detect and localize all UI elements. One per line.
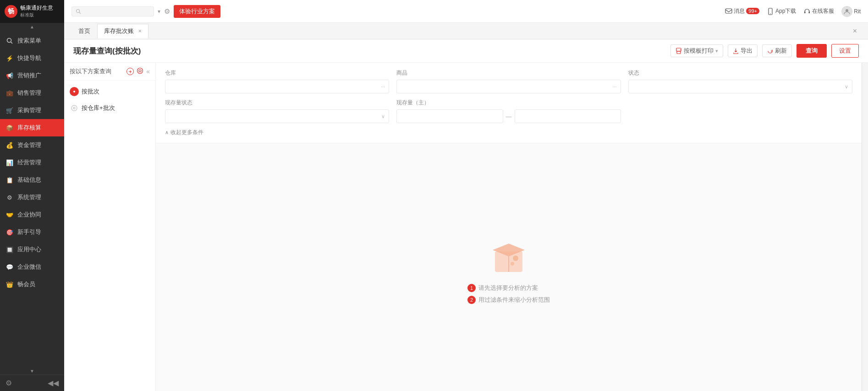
sidebar-footer: ⚙ ◀◀	[0, 375, 64, 391]
empty-state: 1 请先选择要分析的方案 2 用过滤条件来缩小分析范围	[156, 143, 862, 391]
app-title-block: 畅康通好生意 标准版	[20, 5, 53, 18]
sidebar-scroll-down[interactable]: ▼	[0, 367, 64, 375]
app-download-btn[interactable]: App下载	[767, 7, 796, 15]
filter-collapse-area: ∧ 收起更多条件	[165, 129, 852, 136]
svg-point-16	[73, 91, 75, 92]
filter-product: 商品 ···	[396, 69, 621, 93]
sidebar-item-inventory[interactable]: 📦 库存核算	[0, 119, 64, 136]
status-select[interactable]: ∨	[628, 80, 852, 93]
panel-add-icon[interactable]: +	[126, 68, 134, 75]
filter-area: 仓库 ··· 商品 ···	[156, 63, 862, 143]
sidebar-settings-icon[interactable]: ⚙	[5, 379, 12, 387]
warehouse-input[interactable]: ···	[165, 80, 389, 93]
plan-icon-active	[70, 87, 79, 96]
topbar-left: ▾ ⚙ 体验行业方案	[71, 5, 720, 18]
topbar-search-box[interactable]	[71, 6, 154, 16]
page-title: 现存量查询(按批次)	[73, 46, 141, 56]
query-btn[interactable]: 查询	[797, 44, 827, 58]
sidebar-item-purchase[interactable]: 🛒 采购管理	[0, 102, 64, 119]
messages-btn[interactable]: 消息 99+	[725, 7, 759, 15]
sidebar-item-marketing[interactable]: 📢 营销推广	[0, 67, 64, 84]
inventory-status-chevron-icon: ∨	[381, 114, 385, 119]
svg-point-12	[680, 49, 681, 50]
plan-item-batch[interactable]: 按批次	[64, 83, 155, 100]
user-btn[interactable]: Rit	[841, 6, 861, 17]
tab-close-btn[interactable]: ×	[138, 28, 142, 34]
message-icon	[725, 8, 732, 15]
headset-icon	[803, 8, 811, 15]
svg-point-6	[770, 13, 771, 14]
empty-tip-2: 2 用过滤条件来缩小分析范围	[467, 296, 550, 304]
export-btn[interactable]: 导出	[728, 44, 758, 57]
member-icon: 👑	[5, 280, 14, 288]
app-title: 畅康通好生意	[20, 5, 53, 12]
plan-list: 按批次 按仓库+批次	[64, 81, 155, 119]
sidebar-item-newbie[interactable]: 🎯 新手引导	[0, 223, 64, 241]
sidebar-item-appcenter[interactable]: 🔲 应用中心	[0, 241, 64, 258]
sidebar-item-weixin[interactable]: 💬 企业微信	[0, 258, 64, 276]
panel-title-text: 按以下方案查询	[70, 67, 111, 76]
messages-label: 消息	[734, 7, 745, 15]
svg-point-22	[511, 262, 514, 266]
sidebar-header: 畅 畅康通好生意 标准版	[0, 0, 64, 23]
experience-btn[interactable]: 体验行业方案	[174, 5, 220, 18]
right-panel: 仓库 ··· 商品 ···	[156, 63, 862, 391]
sidebar-item-label: 经营管理	[17, 158, 41, 167]
sidebar-item-collab[interactable]: 🤝 企业协同	[0, 206, 64, 223]
sidebar-scroll-up[interactable]: ▲	[0, 23, 64, 30]
topbar-right: 消息 99+ App下载 在线客服	[725, 6, 861, 17]
right-scrollbar[interactable]	[862, 63, 868, 391]
panel-collapse-icon[interactable]: «	[146, 68, 150, 75]
sidebar-item-finance[interactable]: 💰 资金管理	[0, 136, 64, 154]
sidebar-item-quicknav[interactable]: ⚡ 快捷导航	[0, 49, 64, 67]
refresh-icon	[767, 48, 773, 54]
empty-tip-1: 1 请先选择要分析的方案	[467, 284, 550, 292]
operations-icon: 📊	[5, 158, 14, 167]
topbar-settings-icon[interactable]: ⚙	[164, 7, 170, 16]
sales-icon: 💼	[5, 89, 14, 97]
topbar: ▾ ⚙ 体验行业方案 消息 99+ App下载	[64, 0, 868, 23]
sidebar-item-sales[interactable]: 💼 销售管理	[0, 84, 64, 102]
svg-point-0	[7, 38, 11, 43]
quantity-min-input[interactable]	[396, 109, 503, 123]
sidebar-item-member[interactable]: 👑 畅会员	[0, 276, 64, 293]
export-icon	[733, 48, 739, 54]
refresh-btn[interactable]: 刷新	[762, 44, 792, 57]
tab-inventory-batch[interactable]: 库存批次账 ×	[97, 24, 148, 38]
main-content: ▾ ⚙ 体验行业方案 消息 99+ App下载	[64, 0, 868, 391]
page-actions: 按模板打印 ▾ 导出 刷新 查询 设置	[670, 44, 859, 58]
appcenter-icon: 🔲	[5, 245, 14, 254]
settings-btn[interactable]: 设置	[831, 44, 859, 58]
sidebar-item-search[interactable]: 搜索菜单	[0, 32, 64, 49]
tab-home[interactable]: 首页	[71, 24, 97, 38]
plan-item-warehouse-batch[interactable]: 按仓库+批次	[64, 100, 155, 116]
print-btn-label: 按模板打印	[684, 47, 714, 55]
sidebar-item-system[interactable]: ⚙ 系统管理	[0, 189, 64, 206]
product-input[interactable]: ···	[396, 80, 621, 93]
inventory-status-select[interactable]: ∨	[165, 109, 389, 123]
svg-point-21	[513, 255, 518, 261]
panel-title-icons: + «	[126, 67, 150, 76]
sidebar-item-operations[interactable]: 📊 经营管理	[0, 154, 64, 171]
quantity-max-input[interactable]	[515, 109, 621, 123]
avatar	[841, 6, 852, 17]
sidebar-item-label: 畅会员	[17, 280, 35, 288]
filter-row-1: 仓库 ··· 商品 ···	[165, 69, 852, 93]
product-more-icon: ···	[612, 84, 616, 89]
filter-inventory-status: 现存量状态 ∨	[165, 99, 389, 123]
user-name: Rit	[854, 8, 861, 15]
collapse-btn[interactable]: ∧ 收起更多条件	[165, 129, 852, 136]
tab-close-window-icon[interactable]: ×	[849, 27, 861, 35]
svg-rect-11	[677, 51, 681, 54]
filter-warehouse: 仓库 ···	[165, 69, 389, 93]
sidebar-collapse-icon[interactable]: ◀◀	[48, 379, 59, 387]
sidebar-item-basics[interactable]: 📋 基础信息	[0, 171, 64, 189]
panel-settings-icon[interactable]	[137, 67, 143, 76]
topbar-chevron-icon[interactable]: ▾	[158, 8, 160, 15]
tip-text-1: 请先选择要分析的方案	[478, 284, 538, 292]
online-service-btn[interactable]: 在线客服	[803, 7, 834, 15]
sidebar-item-label: 系统管理	[17, 193, 41, 201]
empty-tips: 1 请先选择要分析的方案 2 用过滤条件来缩小分析范围	[467, 284, 550, 304]
print-btn[interactable]: 按模板打印 ▾	[670, 44, 723, 57]
finance-icon: 💰	[5, 141, 14, 149]
